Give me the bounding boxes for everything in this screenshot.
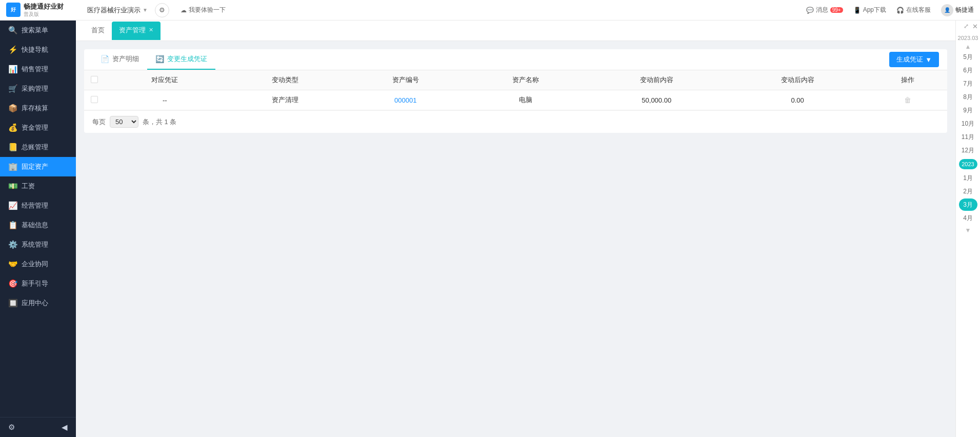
sidebar-item-guide[interactable]: 🎯 新手引导 [0,274,76,293]
sidebar: 🔍 搜索菜单 ⚡ 快捷导航 📊 销售管理 🛒 采购管理 📦 库存核算 💰 资金管… [0,21,76,437]
search-icon: 🔍 [8,26,17,35]
month-item-4[interactable]: 4月 [959,212,977,224]
month-item-10[interactable]: 10月 [959,117,977,130]
delete-button[interactable]: 🗑 [904,96,911,104]
scroll-up-icon[interactable]: ▲ [965,43,971,50]
operations-icon: 📈 [8,201,17,210]
td-voucher: -- [105,90,225,110]
th-change-type: 变动类型 [225,70,346,90]
app-center-icon: 🔲 [8,299,17,308]
page-size-prefix-label: 每页 [92,117,106,127]
online-service-label: 在线客服 [906,6,931,14]
tab-asset-manage[interactable]: 资产管理 ✕ [112,22,161,40]
sidebar-item-ledger[interactable]: 📒 总账管理 [0,137,76,157]
user-menu[interactable]: 👤 畅捷通 [941,4,974,16]
select-all-checkbox[interactable] [91,76,98,83]
month-item-3-current[interactable]: 3月 [959,198,977,211]
sidebar-item-cooperation[interactable]: 🤝 企业协同 [0,254,76,274]
sidebar-item-label: 搜索菜单 [22,26,48,35]
experience-button[interactable]: ☁ 我要体验一下 [175,4,231,16]
right-panel: ✕ ⤢ 2023.03 ▲ 5月 6月 7月 8月 9月 10月 11月 12月… [955,21,980,437]
generate-voucher-button[interactable]: 生成凭证 ▼ [889,52,939,67]
sidebar-item-operations[interactable]: 📈 经营管理 [0,196,76,215]
month-item-1[interactable]: 1月 [959,172,977,184]
year-2023-tag: 2023 [959,159,977,169]
fixed-assets-icon: 🏢 [8,162,17,171]
total-label: 条，共 1 条 [143,117,176,127]
sub-tab-change-voucher[interactable]: 🔄 变更生成凭证 [147,49,215,70]
company-selector[interactable]: 医疗器械行业演示 ▼ [82,6,153,15]
avatar: 👤 [941,4,953,16]
tab-home[interactable]: 首页 [84,22,112,40]
th-voucher: 对应凭证 [105,70,225,90]
table-header-row: 对应凭证 变动类型 资产编号 资产名称 变动前内容 变动后内容 操作 [84,70,947,90]
td-checkbox [84,90,105,110]
page-size-select[interactable]: 50 10 20 100 [110,116,138,128]
month-item-2[interactable]: 2月 [959,185,977,197]
sidebar-item-label: 新手引导 [22,279,48,288]
sidebar-item-label: 资金管理 [22,123,48,132]
app-download-label: App下载 [863,6,886,14]
phone-icon: 📱 [853,7,861,14]
main-card: 📄 资产明细 🔄 变更生成凭证 生成凭证 ▼ [84,49,947,133]
month-item-12[interactable]: 12月 [959,144,977,156]
sidebar-item-label: 工资 [22,182,35,191]
table-row: -- 资产清理 000001 电脑 50,000.00 0.00 🗑 [84,90,947,110]
month-item-6[interactable]: 6月 [959,64,977,76]
inventory-icon: 📦 [8,104,17,113]
message-button[interactable]: 💬 消息 99+ [806,6,843,14]
td-action: 🗑 [868,90,947,110]
message-badge: 99+ [830,7,843,13]
sub-tab-asset-detail[interactable]: 📄 资产明细 [92,49,147,70]
app-download-button[interactable]: 📱 App下载 [853,6,886,14]
tab-bar: 首页 资产管理 ✕ [76,21,955,41]
scroll-down-icon[interactable]: ▼ [965,227,971,234]
panel-close-icon[interactable]: ✕ [972,23,978,30]
data-table: 对应凭证 变动类型 资产编号 资产名称 变动前内容 变动后内容 操作 [84,70,947,110]
sub-tabs: 📄 资产明细 🔄 变更生成凭证 生成凭证 ▼ [84,49,947,70]
online-service-button[interactable]: 🎧 在线客服 [896,6,931,14]
month-item-5[interactable]: 5月 [959,51,977,63]
td-asset-name: 电脑 [466,90,586,110]
sidebar-item-purchase[interactable]: 🛒 采购管理 [0,79,76,98]
sidebar-item-label: 企业协同 [22,260,48,269]
sidebar-item-label: 销售管理 [22,65,48,74]
month-item-8[interactable]: 8月 [959,91,977,103]
capital-icon: 💰 [8,123,17,132]
sidebar-item-fixed-assets[interactable]: 🏢 固定资产 [0,157,76,176]
footer-settings-icon[interactable]: ⚙ [8,423,15,432]
month-item-9[interactable]: 9月 [959,104,977,116]
td-before-content: 50,000.00 [586,90,727,110]
sidebar-item-sales[interactable]: 📊 销售管理 [0,59,76,79]
tab-close-icon[interactable]: ✕ [149,27,153,33]
logo-icon: 好 [6,3,21,17]
ledger-icon: 📒 [8,143,17,152]
month-item-11[interactable]: 11月 [959,131,977,143]
sidebar-item-inventory[interactable]: 📦 库存核算 [0,98,76,118]
sidebar-item-label: 库存核算 [22,104,48,113]
sub-tab-asset-detail-label: 资产明细 [112,54,139,64]
sidebar-item-payroll[interactable]: 💵 工资 [0,176,76,196]
sidebar-item-search[interactable]: 🔍 搜索菜单 [0,21,76,40]
sales-icon: 📊 [8,65,17,74]
sidebar-item-label: 经营管理 [22,201,48,210]
td-asset-code: 000001 [345,90,466,110]
message-label: 消息 [816,6,828,14]
sidebar-item-basic-info[interactable]: 📋 基础信息 [0,215,76,235]
td-after-content: 0.00 [727,90,868,110]
purchase-icon: 🛒 [8,84,17,93]
month-item-7[interactable]: 7月 [959,77,977,90]
sidebar-item-capital[interactable]: 💰 资金管理 [0,118,76,137]
sidebar-item-app-center[interactable]: 🔲 应用中心 [0,293,76,313]
sidebar-item-label: 系统管理 [22,240,48,249]
sidebar-collapse-icon[interactable]: ◀ [62,423,68,432]
th-before-content: 变动前内容 [586,70,727,90]
settings-button[interactable]: ⚙ [155,3,169,17]
sidebar-item-system[interactable]: ⚙️ 系统管理 [0,235,76,254]
panel-resize-icon[interactable]: ⤢ [964,23,969,30]
sub-tab-change-voucher-label: 变更生成凭证 [167,54,207,64]
payroll-icon: 💵 [8,182,17,191]
th-checkbox [84,70,105,90]
row-checkbox[interactable] [91,96,98,103]
sidebar-item-quick-nav[interactable]: ⚡ 快捷导航 [0,40,76,59]
